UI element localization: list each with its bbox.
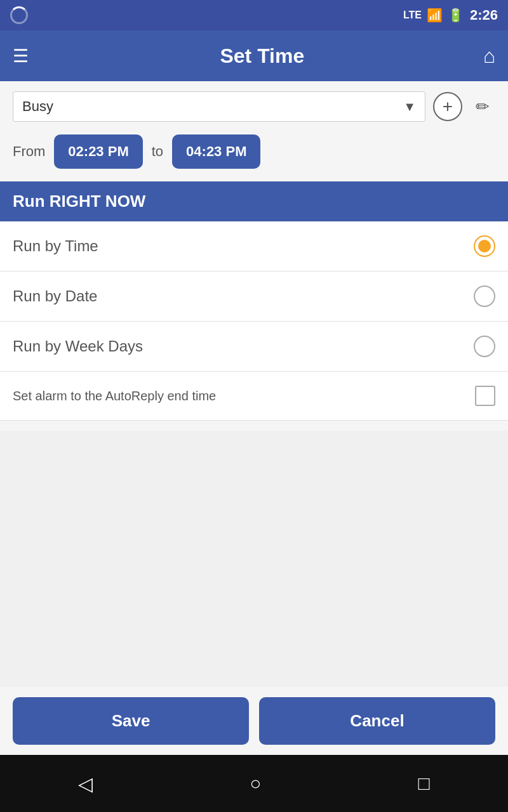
run-by-week-days-radio[interactable] [474, 336, 495, 357]
page-title: Set Time [41, 44, 483, 68]
run-by-week-days-label: Run by Week Days [13, 337, 143, 355]
signal-icons: LTE 📶 🔋 [403, 8, 464, 23]
dropdown-value: Busy [22, 98, 53, 115]
chevron-down-icon: ▼ [403, 100, 416, 114]
bottom-buttons: Save Cancel [0, 687, 508, 755]
home-nav-icon[interactable]: ○ [250, 773, 261, 794]
from-time-button[interactable]: 02:23 PM [54, 134, 142, 169]
save-button[interactable]: Save [13, 697, 249, 745]
run-by-date-radio[interactable] [474, 285, 495, 307]
home-icon[interactable]: ⌂ [483, 44, 495, 68]
cancel-button[interactable]: Cancel [259, 697, 495, 745]
plus-icon: + [443, 96, 453, 117]
set-alarm-label: Set alarm to the AutoReply end time [13, 389, 216, 403]
lte-icon: LTE [403, 10, 422, 21]
option-run-by-time[interactable]: Run by Time [0, 221, 508, 272]
recent-nav-icon[interactable]: □ [418, 773, 429, 794]
battery-icon: 🔋 [448, 8, 464, 23]
menu-icon[interactable]: ☰ [13, 46, 29, 67]
section-header: Run RIGHT NOW [0, 181, 508, 221]
add-button[interactable]: + [433, 92, 462, 121]
run-by-date-label: Run by Date [13, 287, 97, 305]
edit-button[interactable]: ✏ [470, 94, 495, 119]
from-label: From [13, 143, 45, 160]
nav-bar: ◁ ○ □ [0, 755, 508, 812]
content-area: Busy ▼ + ✏ From 02:23 PM to 04:23 PM Run… [0, 81, 508, 431]
to-label: to [152, 143, 163, 160]
signal-bars-icon: 📶 [427, 8, 443, 23]
status-time: 2:26 [470, 7, 498, 23]
app-bar: ☰ Set Time ⌂ [0, 30, 508, 81]
run-by-time-radio[interactable] [474, 235, 495, 257]
to-time-button[interactable]: 04:23 PM [172, 134, 260, 169]
status-bar: LTE 📶 🔋 2:26 [0, 0, 508, 30]
status-dropdown[interactable]: Busy ▼ [13, 91, 425, 122]
dropdown-row: Busy ▼ + ✏ [13, 91, 495, 122]
time-row: From 02:23 PM to 04:23 PM [13, 134, 495, 169]
option-run-by-date[interactable]: Run by Date [0, 272, 508, 322]
edit-icon: ✏ [476, 97, 490, 117]
options-list: Run by Time Run by Date Run by Week Days… [0, 221, 508, 421]
option-run-by-week-days[interactable]: Run by Week Days [0, 322, 508, 372]
set-alarm-checkbox[interactable] [475, 386, 495, 406]
option-set-alarm[interactable]: Set alarm to the AutoReply end time [0, 372, 508, 421]
radio-inner-selected [478, 240, 491, 252]
wifi-icon [10, 6, 28, 24]
run-by-time-label: Run by Time [13, 237, 98, 255]
back-nav-icon[interactable]: ◁ [78, 773, 93, 795]
